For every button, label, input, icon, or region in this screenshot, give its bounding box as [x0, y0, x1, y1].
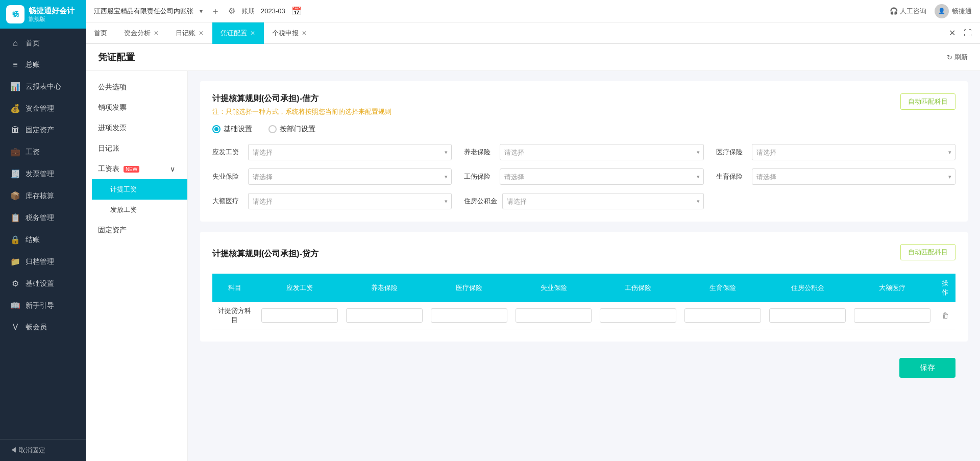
delete-row-icon[interactable]: 🗑	[942, 311, 949, 320]
ledger-icon: ≡	[10, 60, 20, 69]
sidebar-item-archive[interactable]: 📁 归档管理	[0, 251, 86, 273]
menu-wage-table[interactable]: 工资表 NEW ∨	[86, 159, 187, 179]
credit-section-title: 计提核算规则(公司承担)-贷方	[212, 249, 318, 259]
sidebar-pin-toggle[interactable]: ◀ 取消固定	[0, 439, 86, 461]
select-yang-lao[interactable]: 请选择	[500, 144, 703, 160]
sidebar-item-inventory[interactable]: 📦 库存核算	[0, 185, 86, 207]
menu-journal[interactable]: 日记账	[86, 138, 187, 159]
user-menu[interactable]: 👤 畅捷通	[935, 4, 972, 18]
td-sheng-yu-input-cell	[680, 302, 765, 329]
menu-calc-wage[interactable]: 计提工资	[92, 179, 187, 200]
td-yang-lao-input-cell	[342, 302, 427, 329]
sidebar-item-tax[interactable]: 📋 税务管理	[0, 207, 86, 229]
sidebar-item-guide[interactable]: 📖 新手引导	[0, 295, 86, 317]
radio-dept[interactable]: 按部门设置	[268, 125, 315, 134]
radio-basic-circle	[212, 125, 220, 133]
input-credit-yi-liao[interactable]	[431, 308, 507, 323]
tab-voucher-config[interactable]: 凭证配置 ✕	[212, 22, 264, 44]
menu-pay-wage[interactable]: 发放工资	[92, 200, 187, 220]
sidebar-item-fund[interactable]: 💰 资金管理	[0, 98, 86, 119]
tab-maximize-icon[interactable]: ⛶	[962, 27, 974, 40]
select-shi-ye[interactable]: 请选择	[248, 168, 452, 185]
sidebar: 畅 畅捷通好会计 旗舰版 ⌂ 首页 ≡ 总账 📊 云报表中心 💰 资金管理 🏛 …	[0, 0, 86, 461]
label-sheng-yu: 生育保险	[716, 172, 747, 181]
sidebar-item-ledger[interactable]: ≡ 总账	[0, 54, 86, 76]
logo-name: 畅捷通好会计	[29, 6, 75, 15]
th-yi-liao: 医疗保险	[427, 274, 511, 302]
tab-journal-close[interactable]: ✕	[199, 30, 204, 37]
input-credit-sheng-yu[interactable]	[684, 308, 761, 323]
tab-close-all-icon[interactable]: ✕	[947, 26, 958, 40]
menu-sales[interactable]: 销项发票	[86, 98, 187, 118]
settings-gear-icon[interactable]: ⚙	[228, 6, 235, 16]
select-sheng-yu[interactable]: 请选择	[752, 168, 955, 185]
form-item-da-e: 大额医疗 请选择 ▾	[212, 193, 452, 209]
label-ying-fa: 应发工资	[212, 148, 243, 157]
tab-voucher-config-close[interactable]: ✕	[250, 30, 255, 37]
sidebar-item-close[interactable]: 🔒 结账	[0, 229, 86, 251]
company-dropdown-icon[interactable]: ▾	[200, 8, 203, 15]
tab-tax-report-close[interactable]: ✕	[302, 30, 307, 37]
td-yi-liao-input-cell	[427, 302, 511, 329]
select-ying-fa[interactable]: 请选择	[248, 144, 452, 160]
form-item-sheng-yu: 生育保险 请选择 ▾	[716, 168, 955, 185]
right-panel: 计提核算规则(公司承担)-借方 注：只能选择一种方式，系统将按照您当前的选择来配…	[188, 71, 980, 461]
debit-auto-match-button[interactable]: 自动匹配科目	[900, 93, 955, 110]
tab-tax-report[interactable]: 个税申报 ✕	[264, 22, 315, 44]
topbar: 江西服宝精品有限责任公司内账张 ▾ ＋ ⚙ 账期 2023-03 📅 🎧 人工咨…	[86, 0, 980, 22]
sidebar-label-fund: 资金管理	[26, 104, 54, 113]
sidebar-item-settings[interactable]: ⚙ 基础设置	[0, 273, 86, 295]
tab-fund[interactable]: 资金分析 ✕	[116, 22, 167, 44]
add-account-button[interactable]: ＋	[209, 5, 222, 17]
sidebar-label-inventory: 库存核算	[26, 191, 54, 201]
input-credit-shi-ye[interactable]	[516, 308, 592, 323]
new-badge: NEW	[124, 166, 139, 173]
input-credit-da-e[interactable]	[854, 308, 930, 323]
th-sheng-yu: 生育保险	[680, 274, 765, 302]
service-button[interactable]: 🎧 人工咨询	[890, 7, 926, 16]
input-credit-gong-shang[interactable]	[600, 308, 676, 323]
debit-form-grid: 应发工资 请选择 ▾ 养老保险	[212, 144, 955, 209]
sidebar-label-close: 结账	[26, 235, 40, 245]
input-credit-zhu-fang[interactable]	[769, 308, 846, 323]
td-da-e-input-cell	[850, 302, 935, 329]
save-button[interactable]: 保存	[899, 358, 955, 378]
left-menu: 公共选项 销项发票 进项发票 日记账 工资表 NEW ∨ 计提工资 发放工资 固…	[86, 71, 188, 461]
menu-wage-table-label: 工资表 NEW	[98, 164, 139, 174]
form-item-zhu-fang: 住房公积金 请选择 ▾	[464, 193, 703, 209]
sidebar-item-invoice-mgr[interactable]: 🧾 发票管理	[0, 163, 86, 185]
select-wrapper-shi-ye: 请选择 ▾	[248, 168, 452, 185]
menu-fixed-assets[interactable]: 固定资产	[86, 220, 187, 240]
period-value: 2023-03	[261, 7, 285, 15]
tab-journal[interactable]: 日记账 ✕	[167, 22, 212, 44]
tab-home[interactable]: 首页	[86, 22, 116, 44]
calendar-icon[interactable]: 📅	[291, 6, 302, 16]
tab-journal-label: 日记账	[176, 29, 195, 38]
sidebar-item-fixed[interactable]: 🏛 固定资产	[0, 119, 86, 141]
th-shi-ye: 失业保险	[511, 274, 596, 302]
form-item-ying-fa: 应发工资 请选择 ▾	[212, 144, 452, 160]
select-wrapper-yi-liao: 请选择 ▾	[752, 144, 955, 160]
menu-purchase[interactable]: 进项发票	[86, 118, 187, 138]
sidebar-item-vip[interactable]: V 畅会员	[0, 317, 86, 338]
select-yi-liao[interactable]: 请选择	[752, 144, 955, 160]
sidebar-item-home[interactable]: ⌂ 首页	[0, 33, 86, 54]
sidebar-item-reports[interactable]: 📊 云报表中心	[0, 76, 86, 98]
sidebar-item-wage[interactable]: 💼 工资	[0, 141, 86, 163]
menu-public[interactable]: 公共选项	[86, 77, 187, 98]
credit-auto-match-button[interactable]: 自动匹配科目	[900, 244, 955, 260]
tabbar-actions: ✕ ⛶	[947, 26, 980, 40]
radio-basic[interactable]: 基础设置	[212, 125, 252, 134]
select-wrapper-da-e: 请选择 ▾	[248, 193, 452, 209]
select-gong-shang[interactable]: 请选择	[500, 168, 703, 185]
tab-fund-close[interactable]: ✕	[154, 30, 159, 37]
period-label: 账期	[241, 7, 255, 16]
input-credit-yang-lao[interactable]	[346, 308, 423, 323]
refresh-button[interactable]: ↻ 刷新	[947, 53, 968, 62]
input-credit-ying-fa[interactable]	[261, 308, 338, 323]
select-da-e[interactable]: 请选择	[248, 193, 452, 209]
th-da-e: 大额医疗	[850, 274, 935, 302]
select-zhu-fang[interactable]: 请选择	[502, 193, 703, 209]
select-wrapper-zhu-fang: 请选择 ▾	[502, 193, 703, 209]
tab-voucher-config-label: 凭证配置	[220, 29, 247, 38]
